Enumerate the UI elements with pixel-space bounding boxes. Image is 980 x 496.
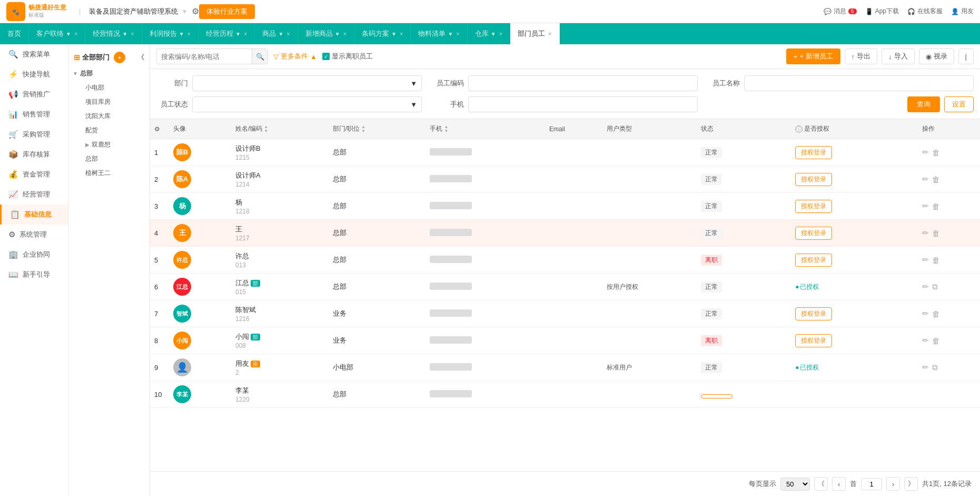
search-input[interactable]	[157, 53, 252, 61]
sidebar-item-marketing[interactable]: 📢 营销推广	[0, 84, 68, 104]
page-size-select[interactable]: 50 100 200	[780, 478, 810, 491]
emp-name-input[interactable]	[744, 75, 974, 91]
page-last-button[interactable]: 》	[904, 477, 918, 491]
close-icon[interactable]: ×	[548, 31, 551, 37]
dept-item-project[interactable]: 项目库房	[77, 95, 150, 109]
gear-icon[interactable]: ⚙	[192, 6, 199, 16]
dept-filter-select[interactable]: ▼	[192, 75, 422, 91]
edit-icon[interactable]: ✏	[922, 174, 929, 184]
close-icon[interactable]: ×	[187, 31, 191, 37]
tab-profit[interactable]: 利润报告 ▼ ×	[142, 23, 199, 44]
dept-item-headquarters[interactable]: 总部	[77, 152, 150, 166]
dept-item-distribution[interactable]: 配货	[77, 123, 150, 138]
edit-icon[interactable]: ✏	[922, 228, 929, 238]
sidebar-item-inventory[interactable]: 📦 库存核算	[0, 144, 68, 164]
dept-item-xiaodibu[interactable]: 小电部	[77, 81, 150, 95]
tab-barcode[interactable]: 条码方案 ▼ ×	[354, 23, 411, 44]
edit-icon[interactable]: ✏	[922, 336, 929, 345]
show-resigned-toggle[interactable]: ✓ 显示离职员工	[322, 52, 373, 61]
search-button[interactable]: 查询	[907, 96, 940, 112]
page-next-button[interactable]: ›	[886, 477, 900, 491]
sidebar-item-purchase[interactable]: 🛒 采购管理	[0, 124, 68, 144]
edit-icon[interactable]: ✏	[922, 309, 929, 318]
message-button[interactable]: 💬 消息 6	[824, 7, 857, 16]
search-submit-icon[interactable]: 🔍	[252, 48, 268, 64]
page-input[interactable]	[861, 478, 882, 490]
tab-bom[interactable]: 物料清单 ▼ ×	[411, 23, 467, 44]
more-filter-button[interactable]: ▽ 更多条件 ▲	[273, 52, 317, 61]
close-icon[interactable]: ×	[343, 31, 347, 37]
tab-operations[interactable]: 经营情况 ▼ ×	[85, 23, 142, 44]
auth-login-button[interactable]: 授权登录	[795, 200, 832, 213]
edit-icon[interactable]: ✏	[922, 282, 929, 291]
close-icon[interactable]: ×	[244, 31, 247, 37]
sort-icon[interactable]: ▲▼	[264, 125, 268, 133]
tab-warehouse[interactable]: 仓库 ▼ ×	[468, 23, 510, 44]
auth-login-button[interactable]: 授权登录	[795, 254, 832, 267]
page-prev-button[interactable]: ‹	[832, 477, 846, 491]
sort-icon[interactable]: ▲▼	[444, 125, 448, 133]
page-first-button[interactable]: 《	[814, 477, 828, 491]
tab-goods[interactable]: 商品 ▼ ×	[255, 23, 298, 44]
delete-icon[interactable]: 🗑	[932, 229, 940, 238]
user-area[interactable]: 👤 用友	[951, 7, 974, 16]
auth-login-button[interactable]: 授权登录	[795, 146, 832, 159]
sidebar-item-sales[interactable]: 📊 销售管理	[0, 104, 68, 124]
tab-employees[interactable]: 部门员工 ×	[510, 23, 559, 44]
sidebar-item-enterprise[interactable]: 🏢 企业协同	[0, 245, 68, 265]
trial-button[interactable]: 体验行业方案	[199, 4, 255, 19]
online-service-button[interactable]: 🎧 在线客服	[907, 7, 943, 16]
app-download-button[interactable]: 📱 App下载	[865, 7, 899, 16]
edit-icon[interactable]: ✏	[922, 148, 929, 157]
add-employee-button[interactable]: + + 新增员工	[786, 48, 840, 64]
sidebar-item-finance[interactable]: 💰 资金管理	[0, 164, 68, 184]
status-btn[interactable]	[701, 394, 732, 398]
delete-icon[interactable]: 🗑	[932, 309, 940, 318]
sidebar-item-guide[interactable]: 📖 新手引导	[0, 265, 68, 285]
emp-code-input[interactable]	[468, 75, 698, 91]
col-settings[interactable]: ⚙	[150, 119, 169, 139]
dept-item-shuanglu[interactable]: ▶双鹿想	[77, 138, 150, 152]
print-button[interactable]: |	[958, 48, 974, 64]
tab-add-goods[interactable]: 新增商品 ▼ ×	[298, 23, 354, 44]
edit-icon[interactable]: ✏	[922, 255, 929, 265]
close-icon[interactable]: ×	[456, 31, 459, 37]
tab-home[interactable]: 首页	[0, 23, 29, 44]
view-button[interactable]: ◉ 视录	[919, 48, 954, 64]
edit-icon[interactable]: ✏	[922, 201, 929, 211]
import-button[interactable]: ↓ 导入	[882, 48, 915, 64]
close-icon[interactable]: ×	[400, 31, 403, 37]
sort-icon[interactable]: ▲▼	[361, 125, 365, 133]
tab-history[interactable]: 经营历程 ▼ ×	[199, 23, 255, 44]
dept-group-headquarters[interactable]: ▼总部	[68, 66, 150, 81]
delete-icon[interactable]: 🗑	[932, 148, 940, 157]
copy-icon[interactable]: ⧉	[932, 363, 938, 372]
delete-icon[interactable]: 🗑	[932, 336, 940, 345]
copy-icon[interactable]: ⧉	[932, 282, 938, 291]
dept-item-zhishu[interactable]: 植树王二	[77, 166, 150, 180]
sidebar-item-system[interactable]: ⚙ 系统管理	[0, 225, 68, 245]
dept-add-btn[interactable]: +	[114, 52, 125, 63]
system-title-dropdown[interactable]: ▼	[181, 8, 187, 15]
delete-icon[interactable]: 🗑	[932, 175, 940, 184]
delete-icon[interactable]: 🗑	[932, 202, 940, 211]
tab-customer[interactable]: 客户联络 ▼ ×	[29, 23, 85, 44]
sidebar-item-operations[interactable]: 📈 经营管理	[0, 184, 68, 205]
dept-item-shenyang[interactable]: 沈阳大库	[77, 109, 150, 123]
close-icon[interactable]: ×	[131, 31, 134, 37]
close-icon[interactable]: ×	[74, 31, 77, 37]
sidebar-item-search[interactable]: 🔍 搜索菜单	[0, 44, 68, 64]
phone-input[interactable]	[468, 96, 698, 112]
emp-status-select[interactable]: ▼	[192, 96, 422, 112]
close-icon[interactable]: ×	[286, 31, 290, 37]
export-button[interactable]: ↑ 导出	[845, 48, 878, 64]
set-button[interactable]: 设置	[944, 96, 974, 112]
close-icon[interactable]: ×	[499, 31, 502, 37]
auth-login-button[interactable]: 授权登录	[795, 307, 832, 320]
sidebar-item-quicknav[interactable]: ⚡ 快捷导航	[0, 64, 68, 84]
collapse-icon[interactable]: 《	[137, 53, 144, 62]
sidebar-item-basic[interactable]: 📋 基础信息	[0, 205, 68, 225]
edit-icon[interactable]: ✏	[922, 363, 929, 372]
auth-login-button[interactable]: 授权登录	[795, 334, 832, 347]
auth-login-button[interactable]: 授权登录	[795, 227, 832, 240]
